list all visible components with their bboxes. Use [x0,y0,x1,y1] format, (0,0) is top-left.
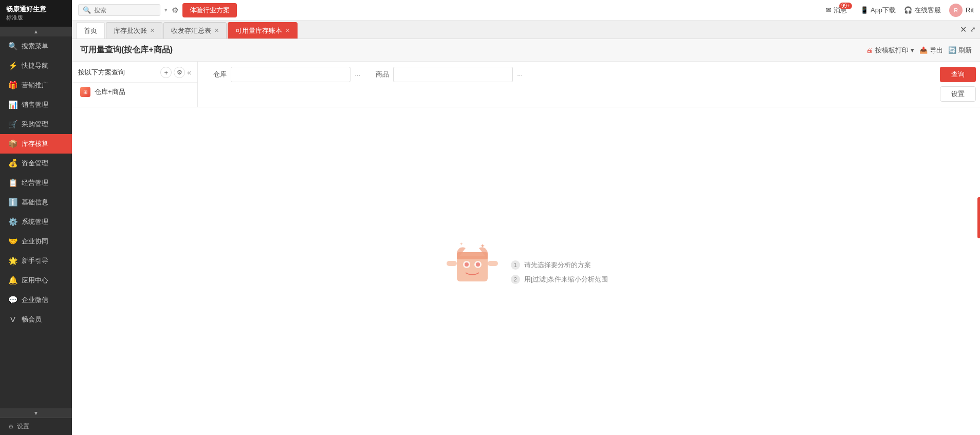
tab-label-collect-summary: 收发存汇总表 [171,26,211,35]
settings-scheme-button[interactable]: ⚙ [174,67,185,78]
sidebar-item-wechat[interactable]: 💬 企业微信 [0,290,72,310]
online-service-label: 在线客服 [914,6,941,15]
sidebar-scroll-up[interactable]: ▲ [0,27,72,36]
filter-warehouse: 仓库 ··· [206,67,360,82]
operations-nav-icon: 📋 [8,178,17,187]
refresh-button[interactable]: 🔄 刷新 [948,46,972,55]
sidebar: 畅康通好生意 标准版 ▲ 🔍 搜索菜单 ⚡ 快捷导航 🎁 营销推广 📊 销售管理… [0,0,72,435]
empty-illustration: ✦ ✦ [444,233,501,289]
brand-name: 畅康通好生意 [6,5,66,14]
message-badge: 99+ [839,3,852,9]
template-print-chevron: ▾ [911,46,914,54]
sidebar-footer-settings[interactable]: ⚙ 设置 [0,418,72,435]
tab-close-window-button[interactable]: ✕ [960,25,967,34]
hint-num-2: 2 [511,275,520,284]
sidebar-item-basic[interactable]: ℹ️ 基础信息 [0,193,72,212]
scheme-item-label: 仓库+商品 [95,87,125,97]
sidebar-item-newbie[interactable]: 🌟 新手引导 [0,251,72,271]
sidebar-item-marketing[interactable]: 🎁 营销推广 [0,75,72,95]
filter-row-1: 仓库 ··· 商品 ··· [206,67,928,82]
collapse-scheme-button[interactable]: « [187,68,191,77]
tab-bar: 首页库存批次账✕收发存汇总表✕可用量库存账本✕ ✕ ⤢ [72,21,980,39]
template-print-button[interactable]: 🖨 按模板打印 ▾ [866,46,914,55]
sidebar-item-app[interactable]: 🔔 应用中心 [0,271,72,290]
query-button[interactable]: 查询 [940,67,976,82]
message-icon: ✉ [826,6,831,14]
user-name: Rit [966,6,974,14]
search-box[interactable]: 🔍 [78,4,160,16]
tab-batch-ledger[interactable]: 库存批次账✕ [106,22,162,39]
sidebar-item-operations[interactable]: 📋 经营管理 [0,173,72,193]
search-chevron-icon[interactable]: ▾ [164,7,168,13]
purchase-nav-icon: 🛒 [8,120,17,129]
scheme-item-warehouse-goods[interactable]: ⊞ 仓库+商品 [72,83,197,101]
tab-collect-summary[interactable]: 收发存汇总表✕ [163,22,227,39]
tab-close-batch-ledger[interactable]: ✕ [150,27,155,34]
refresh-label: 刷新 [958,46,972,55]
add-scheme-button[interactable]: + [160,67,172,78]
filter-goods: 商品 ··· [368,67,523,82]
tab-bar-right: ✕ ⤢ [960,22,976,39]
user-menu[interactable]: R Rit [949,4,974,17]
inventory-nav-icon: 📦 [8,139,17,148]
sidebar-item-purchase[interactable]: 🛒 采购管理 [0,115,72,134]
gear-icon: ⚙ [8,423,14,430]
avatar: R [949,4,963,17]
tab-close-collect-summary[interactable]: ✕ [214,27,219,34]
svg-rect-7 [488,261,498,266]
sidebar-footer-label: 设置 [17,422,29,431]
sidebar-item-label-funds: 资金管理 [22,159,48,168]
filter-area: 仓库 ··· 商品 ··· [198,62,936,107]
page-title: 可用量查询(按仓库+商品) [80,45,173,55]
online-service-button[interactable]: 🎧 在线客服 [904,6,941,15]
sidebar-item-search[interactable]: 🔍 搜索菜单 [0,36,72,56]
export-button[interactable]: 📤 导出 [919,46,943,55]
settings-button[interactable]: 设置 [940,86,976,102]
sidebar-item-label-basic: 基础信息 [22,198,48,207]
hint-text-1: 请先选择要分析的方案 [524,260,591,270]
app-download-button[interactable]: 📱 App下载 [860,6,896,15]
shortcut-nav-icon: ⚡ [8,61,17,70]
hint-item-2: 2 用[过滤]条件来缩小分析范围 [511,275,608,284]
sidebar-item-label-operations: 经营管理 [22,178,48,187]
sidebar-item-sales[interactable]: 📊 销售管理 [0,95,72,115]
search-input[interactable] [94,7,145,14]
warehouse-filter-input[interactable] [231,67,350,82]
tab-available-ledger[interactable]: 可用量库存账本✕ [228,22,298,39]
sidebar-item-enterprise[interactable]: 🤝 企业协同 [0,232,72,251]
message-button[interactable]: ✉ 消息 99+ [826,6,847,15]
sidebar-item-label-wechat: 企业微信 [22,295,48,305]
phone-icon: 📱 [860,6,868,14]
brand-sub: 标准版 [6,14,66,22]
sidebar-item-funds[interactable]: 💰 资金管理 [0,154,72,173]
sidebar-item-shortcut[interactable]: ⚡ 快捷导航 [0,56,72,75]
warehouse-more-button[interactable]: ··· [355,71,360,79]
settings-icon[interactable]: ⚙ [172,6,178,15]
sidebar-item-system[interactable]: ⚙️ 系统管理 [0,212,72,232]
sidebar-item-member[interactable]: V 畅会员 [0,310,72,329]
sidebar-item-label-inventory: 库存核算 [22,139,48,148]
top-bar-right: ✉ 消息 99+ 📱 App下载 🎧 在线客服 R Rit [826,4,974,17]
scheme-header-icons: + ⚙ « [160,67,191,78]
search-icon: 🔍 [83,6,91,14]
goods-filter-input[interactable] [393,67,513,82]
export-icon: 📤 [919,46,928,54]
warehouse-filter-label: 仓库 [206,70,227,79]
headset-icon: 🎧 [904,6,912,14]
svg-point-5 [476,262,480,267]
scheme-panel: 按以下方案查询 + ⚙ « ⊞ 仓库+商品 [72,62,198,107]
empty-icon-area: ✦ ✦ 1 请先选择要分析的方案 2 用[过滤]条件来缩小分析范围 [444,233,608,289]
svg-text:✦: ✦ [459,241,464,247]
trial-industry-button[interactable]: 体验行业方案 [182,3,237,17]
sidebar-item-inventory[interactable]: 📦 库存核算 [0,134,72,154]
sidebar-item-label-sales: 销售管理 [22,100,48,109]
main-area: 🔍 ▾ ⚙ 体验行业方案 ✉ 消息 99+ 📱 App下载 🎧 在线客服 R R… [72,0,980,435]
sidebar-item-label-enterprise: 企业协同 [22,237,48,246]
basic-nav-icon: ℹ️ [8,198,17,207]
tab-close-available-ledger[interactable]: ✕ [285,27,290,34]
goods-more-button[interactable]: ··· [517,71,523,79]
sidebar-scroll-down[interactable]: ▼ [0,408,72,418]
tab-home[interactable]: 首页 [76,22,105,39]
svg-text:✦: ✦ [480,242,485,250]
tab-expand-button[interactable]: ⤢ [970,25,976,33]
